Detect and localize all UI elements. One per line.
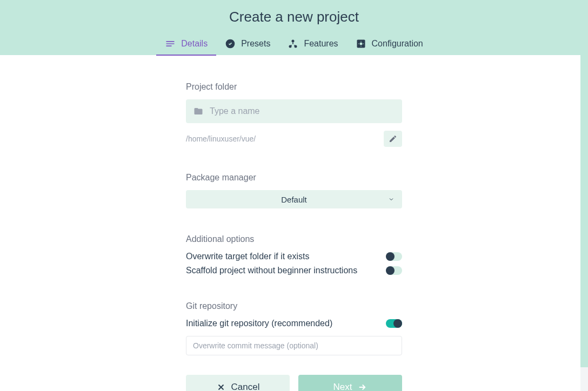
toggle-knob <box>386 252 395 261</box>
project-name-input[interactable] <box>210 106 395 116</box>
toggle-overwrite[interactable] <box>386 252 402 261</box>
dropdown-selected: Default <box>281 195 307 204</box>
section-label: Package manager <box>186 173 402 183</box>
svg-point-1 <box>292 40 295 43</box>
content: Project folder /home/linuxuser/vue/ Pack… <box>0 55 588 391</box>
button-label: Cancel <box>231 382 260 391</box>
package-manager-dropdown[interactable]: Default <box>186 190 402 208</box>
tab-configuration[interactable]: Configuration <box>347 33 432 56</box>
pencil-icon <box>389 134 397 143</box>
section-label: Project folder <box>186 82 402 92</box>
toggle-row-overwrite: Overwrite target folder if it exists <box>186 252 402 261</box>
toggle-row-scaffold: Scaffold project without beginner instru… <box>186 266 402 275</box>
project-path: /home/linuxuser/vue/ <box>186 134 256 143</box>
toggle-label: Scaffold project without beginner instru… <box>186 266 357 275</box>
tab-label: Configuration <box>372 39 423 49</box>
close-icon <box>216 382 226 391</box>
section-git-repository: Git repository Initialize git repository… <box>186 301 402 355</box>
folder-input-wrapper[interactable] <box>186 99 402 123</box>
button-label: Next <box>333 382 352 391</box>
section-label: Git repository <box>186 301 402 311</box>
page-title: Create a new project <box>229 0 359 33</box>
toggle-row-git-init: Initialize git repository (recommended) <box>186 319 402 328</box>
toggle-knob <box>386 266 395 275</box>
cancel-button[interactable]: Cancel <box>186 375 290 391</box>
header: Create a new project Details Presets Fea… <box>0 0 588 55</box>
scroll-thumb[interactable] <box>580 0 588 367</box>
folder-icon <box>193 106 203 116</box>
toggle-label: Initialize git repository (recommended) <box>186 319 332 328</box>
section-label: Additional options <box>186 234 402 244</box>
tab-features[interactable]: Features <box>279 33 346 56</box>
check-circle-icon <box>225 38 236 49</box>
toggle-knob <box>393 319 402 328</box>
tab-label: Details <box>181 39 208 49</box>
toggle-git-init[interactable] <box>386 319 402 328</box>
tab-label: Features <box>304 39 338 49</box>
edit-path-button[interactable] <box>384 131 402 147</box>
commit-input-wrapper[interactable] <box>186 336 402 355</box>
tab-label: Presets <box>241 39 270 49</box>
scrollbar[interactable] <box>580 0 588 391</box>
svg-point-5 <box>359 43 362 45</box>
arrow-right-icon <box>357 382 367 391</box>
tabs: Details Presets Features Configuration <box>156 33 431 56</box>
next-button[interactable]: Next <box>298 375 402 391</box>
notes-icon <box>165 38 176 49</box>
hub-icon <box>288 38 298 49</box>
chevron-down-icon <box>388 195 395 204</box>
form: Project folder /home/linuxuser/vue/ Pack… <box>186 82 402 391</box>
buttons: Cancel Next <box>186 375 402 391</box>
toggle-scaffold[interactable] <box>386 266 402 275</box>
section-additional-options: Additional options Overwrite target fold… <box>186 234 402 275</box>
section-project-folder: Project folder /home/linuxuser/vue/ <box>186 82 402 147</box>
toggle-label: Overwrite target folder if it exists <box>186 252 310 261</box>
section-package-manager: Package manager Default <box>186 173 402 208</box>
tab-presets[interactable]: Presets <box>216 33 279 56</box>
settings-icon <box>356 38 366 49</box>
tab-details[interactable]: Details <box>156 33 216 56</box>
commit-message-input[interactable] <box>193 341 395 350</box>
path-row: /home/linuxuser/vue/ <box>186 131 402 147</box>
